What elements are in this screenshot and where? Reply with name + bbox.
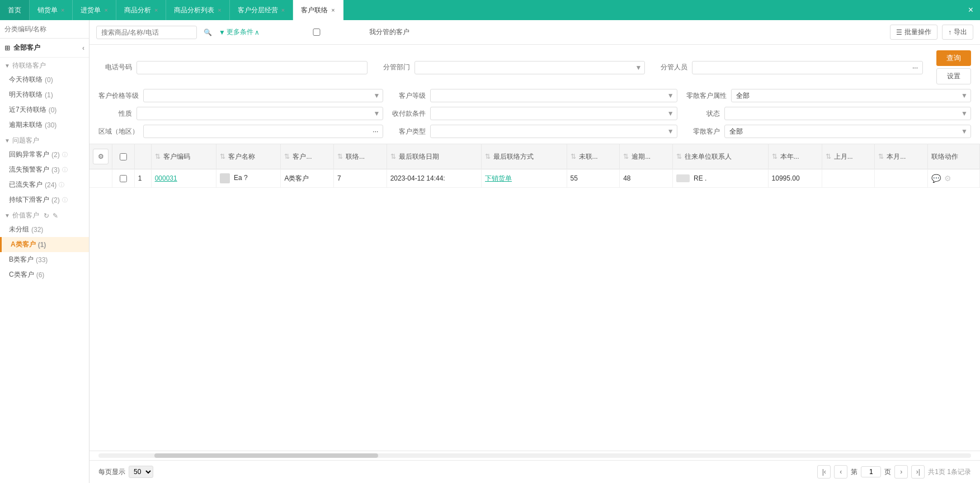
row-no-contact: 55 xyxy=(567,169,620,188)
prev-page-btn[interactable]: ‹ xyxy=(834,465,847,479)
tab-home-label: 首页 xyxy=(8,6,21,15)
per-page-select[interactable]: 50 xyxy=(129,466,153,478)
person-input[interactable]: ··· xyxy=(692,61,923,74)
next-page-btn[interactable]: › xyxy=(894,465,908,479)
sidebar-item-today[interactable]: 今天待联络 (0) xyxy=(0,72,89,87)
tab-customer-segment-close[interactable]: × xyxy=(281,7,285,13)
retail2-select[interactable]: 全部 xyxy=(724,125,971,138)
tab-customer-segment[interactable]: 客户分层经营 × xyxy=(230,0,293,20)
today-label: 今天待联络 xyxy=(9,75,43,84)
total-records: 共1页 1条记录 xyxy=(928,467,971,477)
dept-label: 分管部门 xyxy=(376,63,410,72)
col-code[interactable]: ⇅客户编码 xyxy=(151,144,216,169)
payment-label: 收付款条件 xyxy=(392,109,426,119)
col-contacts-resizer: ⇅ xyxy=(676,153,682,160)
sidebar-item-declining[interactable]: 持续下滑客户 (2) ⓘ xyxy=(0,192,89,207)
search-button[interactable]: 查询 xyxy=(936,50,971,66)
col-overdue-resizer: ⇅ xyxy=(623,153,629,160)
payment-select[interactable] xyxy=(430,107,677,120)
row-code-link[interactable]: 000031 xyxy=(155,174,177,182)
horizontal-scrollbar[interactable] xyxy=(98,453,971,458)
sidebar-item-tomorrow[interactable]: 明天待联络 (1) xyxy=(0,87,89,102)
filter-retail2: 零散客户 全部 ▼ xyxy=(686,125,971,138)
tab-goods-analysis-list-label: 商品分析列表 xyxy=(174,6,214,15)
phone-input[interactable] xyxy=(136,61,368,74)
row-this-year: 10995.00 xyxy=(768,169,822,188)
sidebar-item-churn-warning[interactable]: 流失预警客户 (3) ⓘ xyxy=(0,162,89,177)
sidebar-item-class-c[interactable]: C类客户 (6) xyxy=(0,267,89,282)
value-group-refresh-icon[interactable]: ↻ xyxy=(44,212,49,220)
retail-attr-select[interactable]: 全部 xyxy=(731,89,971,102)
col-type[interactable]: ⇅客户... xyxy=(281,144,334,169)
settings-button[interactable]: 设置 xyxy=(936,68,971,84)
col-last-method-label: 最后联络方式 xyxy=(493,152,534,162)
sidebar-collapse-icon[interactable]: ‹ xyxy=(82,44,84,52)
tab-customer-contact-close[interactable]: × xyxy=(331,7,334,13)
page-number-input[interactable] xyxy=(861,466,881,477)
col-this-year[interactable]: ⇅本年... xyxy=(768,144,822,169)
page-end-label: 页 xyxy=(884,467,891,477)
class-a-label: A类客户 xyxy=(11,240,36,249)
col-last-month[interactable]: ⇅上月... xyxy=(822,144,875,169)
my-customers-checkbox[interactable] xyxy=(266,29,367,36)
sidebar-all-customers-header[interactable]: ⊞ 全部客户 ‹ xyxy=(0,39,89,58)
tab-sales[interactable]: 销货单 × xyxy=(30,0,73,20)
filter-search-icon[interactable]: 🔍 xyxy=(204,29,212,36)
batch-op-label: 批量操作 xyxy=(904,27,931,37)
first-page-btn[interactable]: |‹ xyxy=(817,465,831,479)
sidebar-item-class-b[interactable]: B类客户 (33) xyxy=(0,252,89,267)
chat-action-icon[interactable]: 💬 xyxy=(931,174,941,183)
row-checkbox[interactable] xyxy=(120,175,127,182)
col-contact-label: 联络... xyxy=(346,152,365,162)
region-input[interactable]: ··· xyxy=(143,125,383,138)
customer-level-select[interactable] xyxy=(430,89,677,102)
tab-home[interactable]: 首页 xyxy=(0,0,30,20)
dept-select[interactable] xyxy=(414,61,646,74)
status-label: 状态 xyxy=(686,109,720,119)
sidebar-item-churned[interactable]: 已流失客户 (24) ⓘ xyxy=(0,177,89,192)
customer-type-select[interactable] xyxy=(430,125,677,138)
col-last-method[interactable]: ⇅最后联络方式 xyxy=(482,144,567,169)
price-level-select[interactable] xyxy=(143,89,383,102)
col-settings-gear[interactable]: ⚙ xyxy=(93,149,109,164)
col-index xyxy=(134,144,151,169)
sidebar-item-week[interactable]: 近7天待联络 (0) xyxy=(0,102,89,117)
tab-goods-analysis-list[interactable]: 商品分析列表 × xyxy=(166,0,229,20)
close-all-tabs[interactable]: × xyxy=(968,5,980,15)
batch-op-button[interactable]: ☰ 批量操作 xyxy=(890,25,937,40)
my-customers-toggle[interactable]: 我分管的客户 xyxy=(266,27,409,37)
scroll-thumb[interactable] xyxy=(154,453,378,458)
tab-purchase[interactable]: 进货单 × xyxy=(73,0,116,20)
settings-action-icon[interactable]: ⚙ xyxy=(944,174,951,183)
tab-goods-analysis-list-close[interactable]: × xyxy=(218,7,221,13)
sidebar-item-repurchase-abnormal[interactable]: 回购异常客户 (2) ⓘ xyxy=(0,147,89,162)
sidebar-item-overdue[interactable]: 逾期未联络 (30) xyxy=(0,117,89,132)
status-select[interactable] xyxy=(724,107,971,120)
col-this-month[interactable]: ⇅本月... xyxy=(875,144,928,169)
phone-input-wrap xyxy=(136,61,368,74)
col-last-month-resizer: ⇅ xyxy=(826,153,831,160)
col-contacts[interactable]: ⇅往来单位联系人 xyxy=(672,144,768,169)
col-last-date[interactable]: ⇅最后联络日期 xyxy=(387,144,481,169)
sidebar-item-ungrouped[interactable]: 未分组 (32) xyxy=(0,222,89,237)
col-overdue[interactable]: ⇅逾期... xyxy=(620,144,673,169)
row-last-method-link[interactable]: 下销货单 xyxy=(485,174,512,182)
search-input[interactable] xyxy=(96,26,197,39)
tab-customer-contact[interactable]: 客户联络 × xyxy=(293,0,343,20)
export-button[interactable]: ↑ 导出 xyxy=(942,25,973,40)
tab-purchase-close[interactable]: × xyxy=(104,7,107,13)
col-no-contact[interactable]: ⇅未联... xyxy=(567,144,620,169)
last-page-btn[interactable]: ›| xyxy=(911,465,925,479)
sidebar-item-class-a[interactable]: A类客户 (1) xyxy=(0,237,89,252)
nature-select[interactable] xyxy=(136,107,383,120)
col-contact[interactable]: ⇅联络... xyxy=(334,144,387,169)
tab-goods-analysis-close[interactable]: × xyxy=(154,7,158,13)
col-name[interactable]: ⇅客户名称 xyxy=(216,144,281,169)
tab-goods-analysis[interactable]: 商品分析 × xyxy=(116,0,166,20)
tab-sales-close[interactable]: × xyxy=(61,7,64,13)
sidebar-search-input[interactable] xyxy=(4,25,88,33)
customers-table: ⚙ ⇅客户编码 ⇅客户名称 xyxy=(89,144,980,188)
more-conditions-btn[interactable]: ▼ 更多条件 ∧ xyxy=(219,27,260,37)
select-all-checkbox[interactable] xyxy=(120,153,127,160)
value-group-edit-icon[interactable]: ✎ xyxy=(53,212,58,220)
